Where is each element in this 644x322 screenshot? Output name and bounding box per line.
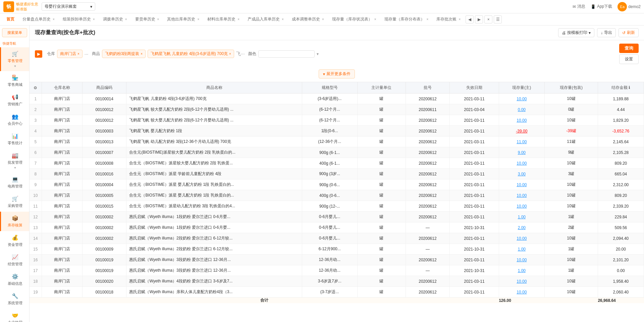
product-tag-2-close[interactable]: × — [229, 52, 231, 56]
tab-close-icon[interactable]: × — [459, 18, 461, 21]
tab-close-icon[interactable]: × — [322, 18, 324, 21]
tab-cost-adjust[interactable]: 成本调整单历史 × — [288, 15, 328, 24]
tab-product-in[interactable]: 产成品入库单历史 × — [244, 15, 287, 24]
tab-batch-voucher[interactable]: 库存批次账 × — [433, 15, 464, 24]
col-expire: 失效日期 — [450, 82, 499, 94]
tab-menu-btn[interactable]: ☰ — [494, 15, 502, 23]
tab-close-icon[interactable]: × — [197, 18, 199, 21]
tab-close-icon[interactable]: × — [157, 18, 159, 21]
quick-nav-label[interactable]: 快捷导航 — [0, 40, 29, 47]
sidebar-item-finance[interactable]: 💰 资金管理 — [0, 231, 29, 251]
col-settings[interactable]: ⚙ — [30, 82, 42, 94]
cell-warehouse: 南岸门店 — [42, 126, 82, 137]
tab-material-out[interactable]: 材料出库单历史 × — [204, 15, 243, 24]
cell-qty-main[interactable]: 1.00 — [499, 244, 544, 255]
cell-qty-main[interactable]: 10.00 — [499, 179, 544, 190]
tab-mix[interactable]: 调拨单历史 × — [99, 15, 131, 24]
product-more-dots[interactable]: 飞··· — [236, 51, 245, 57]
sidebar-item-wholesale[interactable]: 🏭 批发管理 ▼ — [0, 149, 29, 173]
sidebar-item-retail-stats[interactable]: 📊 零售统计 — [0, 129, 29, 149]
message-btn[interactable]: ✉ 消息 — [573, 4, 585, 9]
tab-close-icon[interactable]: × — [237, 18, 239, 21]
cell-qty-main[interactable]: 3.00 — [499, 169, 544, 179]
cell-qty-main[interactable]: 10.00 — [499, 94, 544, 104]
tab-split-check[interactable]: 分量盘点单历史 × — [19, 15, 58, 24]
tab-home[interactable]: 首页 — [3, 15, 18, 24]
tab-unpack[interactable]: 组装拆卸单历史 × — [59, 15, 99, 24]
cell-qty-main[interactable]: 10.00 — [499, 115, 544, 126]
color-input[interactable] — [258, 50, 315, 58]
color-dropdown-icon[interactable]: ▾ — [317, 52, 319, 56]
cell-qty-main[interactable]: 10.00 — [499, 287, 544, 298]
expand-more-btn[interactable]: ▾ 展开更多条件 — [319, 69, 355, 78]
cell-qty-main[interactable]: 10.00 — [499, 190, 544, 201]
filter-expand-arrow[interactable]: ▶ — [35, 50, 42, 58]
org-selector[interactable]: 母婴行业演示账套 ▾ — [42, 2, 95, 11]
sidebar-item-retail-mall[interactable]: 🏪 零售商城 — [0, 71, 29, 91]
cell-expire: 2021-03-11 — [450, 147, 499, 158]
warehouse-tag-close[interactable]: × — [77, 52, 79, 56]
search-menu-btn[interactable]: 搜索菜单 — [2, 28, 27, 37]
sidebar-item-enterprise[interactable]: 🤝 企业协同 — [0, 309, 29, 322]
sidebar-item-system[interactable]: 🔧 系统管理 — [0, 289, 29, 309]
tab-close-icon[interactable]: × — [125, 18, 127, 21]
finance-icon: 💰 — [12, 234, 18, 241]
cell-qty-main[interactable]: 9.00 — [499, 147, 544, 158]
tab-close-all-btn[interactable]: × — [484, 15, 492, 23]
tab-close-icon[interactable]: × — [93, 18, 95, 21]
cell-unit: 罐 — [357, 276, 406, 287]
sidebar-item-retail-mgmt[interactable]: 🛒 零售管理 ▼ — [0, 47, 29, 71]
user-area[interactable]: Ea demo2 — [618, 2, 641, 11]
tab-other-out[interactable]: 其他出库单历史 × — [163, 15, 203, 24]
tab-stock-dist[interactable]: 现存量（库存分布表） × — [381, 15, 432, 24]
cell-warehouse: 南岸门店 — [42, 287, 82, 298]
tab-prev-btn[interactable]: ◀ — [466, 15, 474, 23]
cell-qty-main[interactable]: -39.00 — [499, 126, 544, 137]
product-label: 商品 — [92, 51, 100, 57]
sidebar-item-operations[interactable]: 📈 经营管理 — [0, 251, 29, 270]
tab-stock-status[interactable]: 现存量（库存状况表） × — [328, 15, 380, 24]
sidebar-item-marketing[interactable]: 📢 营销推广 — [0, 91, 29, 110]
sidebar-item-purchase[interactable]: 🛒 采购管理 — [0, 192, 29, 212]
query-btn[interactable]: 查询 — [619, 44, 639, 53]
cell-warehouse: 南岸门店 — [42, 158, 82, 169]
logo-area: 畅 畅捷通好生意 标准版 — [3, 1, 38, 12]
tab-next-btn[interactable]: ▶ — [475, 15, 483, 23]
cell-code: 00100012 — [82, 104, 126, 115]
col-code: 商品编码 — [82, 82, 126, 94]
cell-qty-main[interactable]: 10.00 — [499, 201, 544, 212]
tab-close-icon[interactable]: × — [282, 18, 284, 21]
refresh-btn[interactable]: ↺ 刷新 — [619, 28, 639, 37]
filter-area: ▶ 仓库 南岸门店 × ··· 商品 飞鹤奶粉3段两提装 × — [30, 40, 644, 82]
sidebar-item-member[interactable]: 👥 会员中心 — [0, 110, 29, 129]
cell-qty-main[interactable]: 2.00 — [499, 222, 544, 233]
sidebar-item-basics[interactable]: ⚙️ 基础信息 — [0, 270, 29, 289]
cell-code: 00100002 — [82, 222, 126, 233]
export-btn[interactable]: ↓ 导出 — [597, 28, 616, 37]
cell-qty-main[interactable]: 11.00 — [499, 137, 544, 147]
cell-batch: 20200612 — [406, 94, 450, 104]
top-bar: 畅 畅捷通好生意 标准版 母婴行业演示账套 ▾ ✉ 消息 📱 App下载 Ea … — [0, 0, 644, 13]
cell-qty-main[interactable]: 10.00 — [499, 276, 544, 287]
cell-warehouse: 南岸门店 — [42, 276, 82, 287]
cell-qty-main[interactable]: 10.00 — [499, 233, 544, 244]
tab-close-icon[interactable]: × — [427, 18, 429, 21]
table-row: 4南岸门店00100003飞鹤星飞帆 婴儿配方奶粉 1段1段(0-6...罐20… — [30, 126, 644, 137]
cell-qty-main[interactable]: 1.00 — [499, 212, 544, 222]
product-tag-1-close[interactable]: × — [141, 52, 143, 56]
tab-close-icon[interactable]: × — [53, 18, 55, 21]
sidebar-item-inventory[interactable]: 📦 库存核算 — [0, 212, 29, 231]
cell-qty-main[interactable]: 10.00 — [499, 255, 544, 265]
template-print-btn[interactable]: 🖨 按模板打印 ▾ — [558, 28, 594, 37]
table-row: 6南岸门店00100007合生元(BIOSTIME)派星较大婴儿配方奶粉 2段 … — [30, 147, 644, 158]
cell-qty-main[interactable]: 10.00 — [499, 158, 544, 169]
cell-qty-main[interactable]: 1.00 — [499, 265, 544, 276]
tab-close-icon[interactable]: × — [374, 18, 376, 21]
app-download-btn[interactable]: 📱 App下载 — [591, 4, 612, 9]
setting-btn[interactable]: 设置 — [619, 54, 639, 64]
cell-qty-main[interactable]: 0.00 — [499, 104, 544, 115]
tab-request[interactable]: 要货单历史 × — [131, 15, 163, 24]
cell-amount: 1,958.40 — [598, 276, 644, 287]
warehouse-more-dots[interactable]: ··· — [85, 51, 89, 57]
sidebar-item-ecommerce[interactable]: 💻 电商管理 — [0, 173, 29, 192]
